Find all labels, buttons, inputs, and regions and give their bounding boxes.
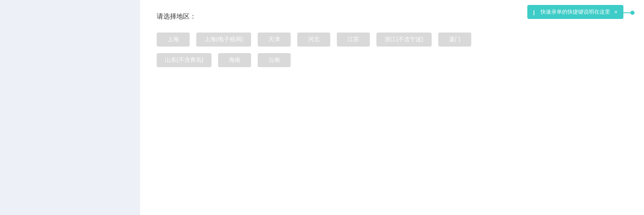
tooltip-banner: 快速录单的快捷键说明在这里 × — [527, 5, 623, 19]
region-row-1: 上海上海(电子税局)天津河北江苏浙江(不含宁波)厦门 — [157, 33, 628, 47]
region-btn-zhejiang[interactable]: 浙江(不含宁波) — [376, 33, 431, 47]
region-btn-xiamen[interactable]: 厦门 — [438, 33, 471, 47]
region-btn-hebei[interactable]: 河北 — [297, 33, 330, 47]
region-btn-shanghai-etax[interactable]: 上海(电子税局) — [196, 33, 251, 47]
region-row-2: 山东(不含青岛)海南云南 — [157, 53, 628, 67]
region-btn-jiangsu[interactable]: 江苏 — [337, 33, 370, 47]
left-sidebar — [0, 0, 140, 215]
region-btn-shandong[interactable]: 山东(不含青岛) — [157, 53, 212, 67]
tooltip-close-button[interactable]: × — [614, 9, 618, 15]
region-btn-hainan[interactable]: 海南 — [218, 53, 251, 67]
tooltip-connector-line — [623, 12, 630, 13]
region-btn-yunnan[interactable]: 云南 — [258, 53, 291, 67]
region-btn-shanghai[interactable]: 上海 — [157, 33, 190, 47]
main-content: 请选择地区： 上海上海(电子税局)天津河北江苏浙江(不含宁波)厦门 山东(不含青… — [140, 0, 644, 215]
region-btn-tianjin[interactable]: 天津 — [258, 33, 291, 47]
tooltip-connector-dot — [630, 11, 635, 15]
tooltip-text: 快速录单的快捷键说明在这里 — [541, 8, 610, 16]
